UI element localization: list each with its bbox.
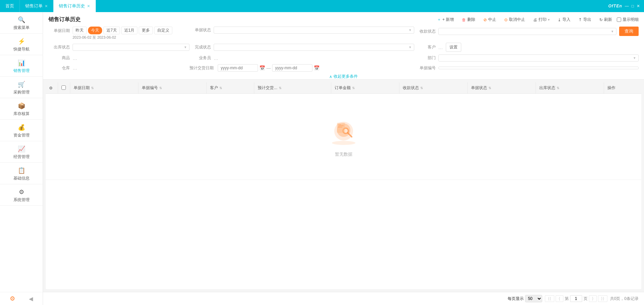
col-payment-status[interactable]: 收款状态 ⇅ [399, 82, 467, 94]
tab-sales-order-history[interactable]: 销售订单历史 ✕ [53, 0, 96, 12]
date-btn-custom[interactable]: 自定义 [154, 27, 172, 34]
show-detail-checkbox[interactable] [617, 17, 621, 22]
empty-illustration [327, 116, 360, 147]
cancel-suspend-icon: ⊙ [504, 17, 508, 22]
payment-status-input[interactable]: ▾ [438, 28, 617, 35]
minimize-button[interactable]: — [625, 4, 629, 8]
date-separator: — [266, 66, 271, 71]
main-layout: 🔍 搜索菜单 ⚡ 快捷导航 📊 销售管理 🛒 采购管理 📦 库存核算 💰 资金管… [0, 12, 644, 305]
next-page-button[interactable]: ⟩ [589, 295, 597, 302]
tab-sales-order-label: 销售订单 [25, 3, 43, 9]
date-btn-today[interactable]: 今天 [88, 27, 102, 34]
department-input[interactable]: ▾ [438, 54, 639, 62]
warehouse-dots-button[interactable]: … [73, 65, 77, 71]
col-delivery-status[interactable]: 出库状态 ⇅ [535, 82, 604, 94]
search-menu-icon: 🔍 [18, 16, 25, 24]
complete-status-input[interactable]: ▾ [214, 44, 414, 51]
page-title: 销售订单历史 [48, 16, 81, 23]
col-order-amount[interactable]: 订单金额 ⇅ [331, 82, 399, 94]
suspend-label: 中止 [488, 17, 496, 23]
col-expected-delivery-label: 预计交货... [258, 85, 277, 91]
page-size-select[interactable]: 10 20 50 100 [525, 295, 542, 302]
base-info-icon: 📋 [18, 167, 25, 174]
doc-number-input[interactable] [438, 67, 639, 69]
last-page-button[interactable]: ⟩⟩ [598, 295, 607, 302]
customer-dots-button[interactable]: … [438, 45, 443, 50]
prev-page-button[interactable]: ⟨ [556, 295, 563, 302]
cancel-suspend-button[interactable]: ⊙ 取消中止 [501, 15, 528, 24]
doc-status-input[interactable]: ▾ [214, 27, 414, 34]
settings-button[interactable]: 设置 [446, 43, 461, 52]
empty-text: 暂无数据 [335, 151, 352, 157]
calendar-end-icon[interactable]: 📅 [314, 65, 319, 71]
salesperson-dots-button[interactable]: … [214, 55, 218, 61]
col-doc-number[interactable]: 单据编号 ⇅ [138, 82, 206, 94]
empty-state-cell: 暂无数据 [46, 94, 641, 180]
sidebar-collapse-icon[interactable]: ◀ [29, 296, 33, 302]
page-size-label: 每页显示 [508, 296, 524, 302]
refresh-button[interactable]: ↻ 刷新 [596, 15, 615, 24]
date-btn-more[interactable]: 更多 [139, 27, 153, 34]
first-page-button[interactable]: ⟨⟨ [545, 295, 554, 302]
sidebar-item-sales-mgmt-label: 销售管理 [13, 68, 30, 74]
expected-date-end-input[interactable] [272, 64, 312, 72]
new-button[interactable]: ＋ + 新增 [434, 15, 457, 24]
table-settings-icon[interactable]: ⚙ [49, 86, 53, 90]
product-dots-button[interactable]: … [73, 55, 77, 61]
select-all-checkbox[interactable] [61, 85, 66, 90]
sidebar-item-quick-nav[interactable]: ⚡ 快捷导航 [0, 34, 43, 55]
sidebar-item-inventory[interactable]: 📦 库存核算 [0, 98, 43, 120]
tab-home[interactable]: 首页 [0, 0, 20, 12]
col-doc-number-label: 单据编号 [142, 85, 158, 91]
doc-number-label: 单据编号 [414, 65, 438, 71]
delivery-status-input[interactable]: ▾ [73, 44, 189, 51]
filter-area: 单据日期 昨天 今天 近7天 近1月 更多 自定义 2023-06-02 至 2… [48, 27, 639, 79]
date-btn-1month[interactable]: 近1月 [121, 27, 138, 34]
print-button[interactable]: 🖨 打印 ▾ [530, 15, 553, 24]
col-customer[interactable]: 客户 ⇅ [206, 82, 254, 94]
sidebar-settings-icon[interactable]: ⚙ [10, 295, 15, 302]
department-arrow-icon: ▾ [634, 56, 636, 60]
col-doc-status[interactable]: 单据状态 ⇅ [467, 82, 535, 94]
print-icon: 🖨 [533, 17, 537, 22]
sidebar-item-purchase-mgmt[interactable]: 🛒 采购管理 [0, 77, 43, 98]
sidebar-item-sys-mgmt[interactable]: ⚙ 系统管理 [0, 184, 43, 206]
import-button[interactable]: ⤓ 导入 [554, 15, 574, 24]
tab-sales-order-history-close[interactable]: ✕ [87, 4, 90, 8]
delivery-status-label: 出库状态 [48, 44, 73, 50]
sidebar-item-operations[interactable]: 📈 经营管理 [0, 141, 43, 163]
suspend-button[interactable]: ⊘ 中止 [480, 15, 500, 24]
query-button[interactable]: 查询 [619, 27, 639, 36]
date-btn-7days[interactable]: 近7天 [103, 27, 120, 34]
sidebar-item-base-info[interactable]: 📋 基础信息 [0, 163, 43, 184]
restore-button[interactable]: □ [632, 4, 634, 8]
col-delivery-status-label: 出库状态 [539, 85, 555, 91]
sidebar: 🔍 搜索菜单 ⚡ 快捷导航 📊 销售管理 🛒 采购管理 📦 库存核算 💰 资金管… [0, 12, 43, 305]
col-expected-delivery[interactable]: 预计交货... ⇅ [254, 82, 331, 94]
operations-icon: 📈 [18, 145, 25, 153]
sidebar-item-purchase-mgmt-label: 采购管理 [13, 89, 30, 95]
table-area: ⚙ 单据日期 ⇅ 单据编号 [46, 82, 641, 289]
svg-rect-8 [338, 125, 344, 126]
export-label: 导出 [583, 17, 591, 23]
export-button[interactable]: ⤒ 导出 [575, 15, 595, 24]
sidebar-item-search-menu[interactable]: 🔍 搜索菜单 [0, 12, 43, 34]
close-button[interactable]: ✕ [637, 4, 640, 8]
import-label: 导入 [562, 17, 570, 23]
table-settings-col[interactable]: ⚙ [46, 82, 58, 94]
sidebar-bottom: ⚙ ◀ [0, 292, 43, 305]
table-checkbox-col[interactable] [58, 82, 70, 94]
page-input[interactable] [570, 295, 582, 302]
collapse-filter-button[interactable]: ∧ 收起更多条件 [48, 74, 639, 79]
tab-sales-order[interactable]: 销售订单 ✕ [20, 0, 53, 12]
sort-order-amount-icon: ⇅ [352, 86, 355, 90]
expected-date-start-input[interactable] [218, 64, 258, 72]
import-icon: ⤓ [558, 17, 561, 22]
calendar-start-icon[interactable]: 📅 [259, 65, 265, 71]
sidebar-item-sales-mgmt[interactable]: 📊 销售管理 [0, 55, 43, 77]
date-btn-yesterday[interactable]: 昨天 [73, 27, 87, 34]
tab-sales-order-close[interactable]: ✕ [45, 4, 48, 8]
sidebar-item-finance[interactable]: 💰 资金管理 [0, 120, 43, 141]
delete-button[interactable]: 🗑 删除 [459, 15, 479, 24]
col-doc-date[interactable]: 单据日期 ⇅ [70, 82, 138, 94]
